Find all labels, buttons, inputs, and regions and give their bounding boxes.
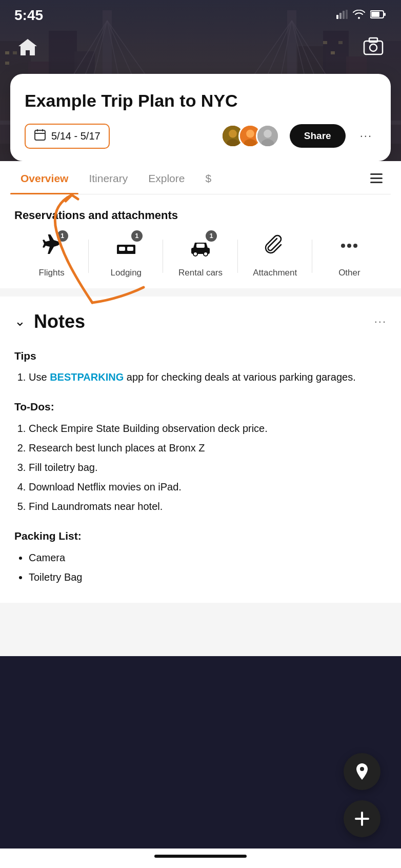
- avatar-group: [221, 124, 279, 148]
- svg-rect-42: [35, 130, 45, 140]
- todo-item-2: Research best lunch places at Bronx Z: [29, 440, 387, 456]
- bestparking-link[interactable]: BESTPARKING: [50, 371, 124, 383]
- date-range-text: 5/14 - 5/17: [51, 130, 101, 142]
- flights-item[interactable]: 1 Flights: [14, 234, 89, 278]
- other-item[interactable]: Other: [312, 234, 387, 278]
- notes-section: ⌄ Notes ··· Tips Use BESTPARKING app for…: [0, 297, 401, 603]
- card-meta: 5/14 - 5/17: [25, 124, 376, 149]
- status-icons: [336, 10, 387, 21]
- lodging-icon: [115, 240, 137, 261]
- reservation-items: 1 Flights 1: [14, 234, 387, 278]
- lodging-item[interactable]: 1 Lodging: [89, 234, 163, 278]
- lodging-icon-wrap: 1: [115, 234, 137, 262]
- date-badge[interactable]: 5/14 - 5/17: [25, 124, 110, 149]
- svg-rect-57: [127, 247, 133, 251]
- top-actions: [0, 29, 401, 66]
- todos-heading: To-Dos:: [14, 398, 387, 416]
- svg-point-50: [246, 130, 254, 138]
- tabs: Overview Itinerary Explore $: [10, 161, 391, 194]
- packing-item-1: Camera: [29, 549, 387, 566]
- svg-point-65: [353, 244, 357, 248]
- reservations-section: Reservations and attachments 1 Flights: [0, 194, 401, 288]
- tab-budget[interactable]: $: [195, 161, 222, 194]
- svg-rect-58: [117, 252, 135, 254]
- svg-rect-33: [339, 13, 342, 19]
- svg-point-47: [229, 130, 237, 138]
- more-options-button[interactable]: ···: [356, 125, 376, 147]
- calendar-icon: [34, 129, 46, 144]
- main-content: Reservations and attachments 1 Flights: [0, 194, 401, 656]
- rentalcars-icon-wrap: 1: [189, 234, 212, 262]
- status-time: 5:45: [14, 7, 43, 24]
- trip-card: Example Trip Plan to NYC 5/14 - 5/17: [10, 74, 391, 161]
- attachment-icon: [264, 240, 286, 261]
- attachment-icon-wrap: [264, 234, 286, 262]
- map-fab-button[interactable]: [344, 753, 380, 790]
- tab-overview[interactable]: Overview: [10, 161, 78, 194]
- other-icon: [338, 240, 360, 261]
- svg-point-40: [370, 44, 377, 51]
- home-button[interactable]: [14, 34, 41, 61]
- packing-heading: Packing List:: [14, 527, 387, 545]
- flights-badge: 1: [57, 230, 68, 242]
- svg-point-63: [341, 244, 345, 248]
- signal-icon: [336, 10, 348, 21]
- svg-rect-39: [364, 41, 383, 54]
- svg-rect-56: [119, 247, 125, 251]
- svg-point-64: [347, 244, 351, 248]
- svg-rect-34: [343, 11, 345, 19]
- attachment-item[interactable]: Attachment: [238, 234, 312, 278]
- reservations-title: Reservations and attachments: [14, 209, 387, 222]
- bottom-bar: [0, 849, 401, 868]
- wifi-icon: [353, 10, 365, 21]
- tabs-container: Overview Itinerary Explore $: [0, 161, 401, 194]
- attachment-label: Attachment: [253, 268, 297, 278]
- other-label: Other: [338, 268, 360, 278]
- packing-item-2: Toiletry Bag: [29, 569, 387, 585]
- add-fab-button[interactable]: [344, 800, 380, 837]
- todo-item-3: Fill toiletry bag.: [29, 459, 387, 476]
- flights-icon: [41, 240, 63, 261]
- flights-label: Flights: [39, 268, 65, 278]
- svg-rect-41: [369, 38, 377, 42]
- notes-title: Notes: [34, 311, 374, 332]
- todo-item-5: Find Laundromats near hotel.: [29, 498, 387, 515]
- svg-rect-35: [346, 10, 348, 19]
- notes-chevron-icon[interactable]: ⌄: [14, 313, 26, 329]
- avatar-3: [256, 124, 279, 148]
- tab-menu-button[interactable]: [362, 162, 391, 192]
- share-button[interactable]: Share: [290, 124, 346, 148]
- todo-item-1: Check Empire State Building observation …: [29, 420, 387, 437]
- battery-icon: [370, 10, 387, 21]
- svg-point-66: [360, 767, 364, 771]
- fab-container: [344, 753, 380, 837]
- notes-header: ⌄ Notes ···: [14, 311, 387, 332]
- lodging-label: Lodging: [111, 268, 142, 278]
- svg-rect-62: [196, 244, 205, 248]
- packing-list: Camera Toiletry Bag: [14, 549, 387, 585]
- photo-button[interactable]: [360, 34, 387, 61]
- other-icon-wrap: [338, 234, 360, 262]
- tab-explore[interactable]: Explore: [138, 161, 195, 194]
- home-indicator: [154, 855, 247, 858]
- tab-itinerary[interactable]: Itinerary: [78, 161, 138, 194]
- tips-item-1: Use BESTPARKING app for checking deals a…: [29, 369, 387, 385]
- rentalcars-icon: [189, 240, 212, 261]
- rentalcars-label: Rental cars: [178, 268, 223, 278]
- tips-heading: Tips: [14, 347, 387, 365]
- flights-icon-wrap: 1: [41, 234, 63, 262]
- rentalcars-item[interactable]: 1 Rental cars: [163, 234, 237, 278]
- svg-point-53: [264, 130, 272, 138]
- svg-rect-38: [384, 13, 386, 16]
- notes-body: Tips Use BESTPARKING app for checking de…: [14, 347, 387, 585]
- tips-list: Use BESTPARKING app for checking deals a…: [14, 369, 387, 385]
- hamburger-icon: [370, 173, 383, 183]
- todo-item-4: Download Netflix movies on iPad.: [29, 479, 387, 495]
- todos-list: Check Empire State Building observation …: [14, 420, 387, 515]
- status-bar: 5:45: [0, 0, 401, 29]
- rentalcars-badge: 1: [206, 230, 217, 242]
- notes-more-button[interactable]: ···: [374, 315, 387, 328]
- lodging-badge: 1: [131, 230, 143, 242]
- avatar-img-3: [257, 126, 278, 146]
- svg-point-60: [193, 252, 197, 256]
